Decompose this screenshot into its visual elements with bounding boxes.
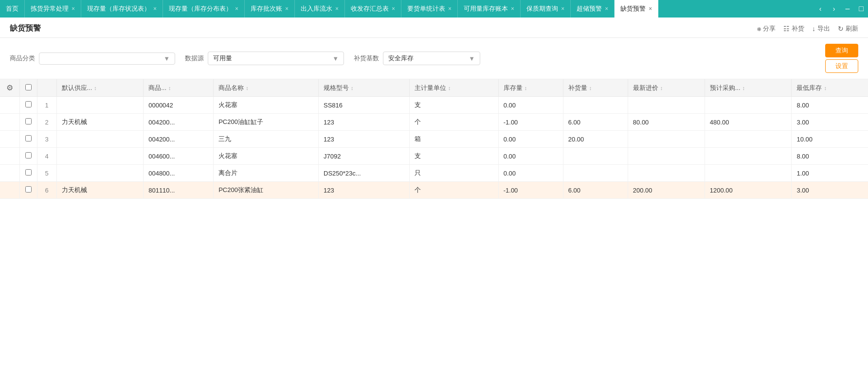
select-all-checkbox[interactable] [25, 84, 32, 90]
tab-item-2[interactable]: 现存量（库存状况表） × [81, 0, 163, 18]
row-checkbox-cell-3 [19, 148, 37, 165]
settings-button[interactable]: 设置 [825, 59, 858, 73]
tab-maximize-btn[interactable]: □ [854, 4, 868, 13]
sort-unit-icon[interactable]: ↕ [448, 85, 451, 91]
sort-spec-icon[interactable]: ↕ [351, 85, 354, 91]
tab-item-7[interactable]: 要货单统计表 × [401, 0, 458, 18]
category-label: 商品分类 [10, 54, 35, 63]
row-product-name-3: 火花塞 [214, 148, 319, 165]
tab-nav-right: ‹ › – □ [814, 4, 868, 13]
table-body: 10000042火花塞SS816支0.008.002力天机械004200...P… [0, 97, 868, 199]
row-product-name-2: 三九 [214, 131, 319, 148]
row-latest-price-4 [628, 165, 705, 182]
tab-item-1[interactable]: 拣货异常处理 × [25, 0, 81, 18]
tab-item-6[interactable]: 收发存汇总表 × [345, 0, 401, 18]
row-stock-2: 0.00 [498, 131, 563, 148]
row-settings-5 [0, 182, 19, 199]
th-default-supplier: 默认供应... ↕ [56, 79, 144, 97]
replenish-base-select[interactable]: 安全库存 ▼ [383, 52, 480, 65]
query-button[interactable]: 查询 [825, 44, 858, 57]
tab-close-icon-8[interactable]: × [511, 5, 514, 12]
settings-gear-icon[interactable]: ⚙ [6, 84, 13, 92]
row-index-3: 4 [37, 148, 56, 165]
row-checkbox-5[interactable] [25, 186, 32, 193]
tab-close-icon-1[interactable]: × [72, 5, 75, 12]
tab-item-3[interactable]: 现存量（库存分布表） × [163, 0, 245, 18]
tab-close-icon-5[interactable]: × [335, 5, 339, 12]
sort-name-icon[interactable]: ↕ [246, 85, 249, 91]
sort-code-icon[interactable]: ↕ [168, 85, 171, 91]
row-checkbox-0[interactable] [25, 101, 32, 107]
tab-item-9[interactable]: 保质期查询 × [521, 0, 571, 18]
th-replenish: 补货量 ↕ [563, 79, 628, 97]
tab-minimize-btn[interactable]: – [841, 4, 854, 13]
row-product-name-4: 离合片 [214, 165, 319, 182]
table-row: 2力天机械004200...PC200油缸缸子123个-1.006.0080.0… [0, 114, 868, 131]
row-checkbox-4[interactable] [25, 169, 32, 176]
row-spec-2: 123 [319, 131, 410, 148]
tab-bar: 首页拣货异常处理 ×现存量（库存状况表） ×现存量（库存分布表） ×库存批次账 … [0, 0, 868, 18]
row-checkbox-1[interactable] [25, 118, 32, 124]
tab-prev-btn[interactable]: ‹ [814, 5, 827, 13]
row-unit-4: 只 [409, 165, 498, 182]
tab-next-btn[interactable]: › [827, 5, 841, 13]
th-index [37, 79, 56, 97]
tab-item-4[interactable]: 库存批次账 × [245, 0, 295, 18]
row-stock-3: 0.00 [498, 148, 563, 165]
sort-minstock-icon[interactable]: ↕ [824, 85, 827, 91]
sort-stock-icon[interactable]: ↕ [524, 85, 527, 91]
share-btn[interactable]: ⎈ 分享 [757, 24, 776, 33]
row-spec-1: 123 [319, 114, 410, 131]
replenish-btn[interactable]: ☷ 补货 [783, 24, 804, 33]
datasource-value: 可用量 [213, 54, 232, 63]
row-stock-0: 0.00 [498, 97, 563, 114]
tab-item-0[interactable]: 首页 [0, 0, 25, 18]
tab-close-icon-11[interactable]: × [649, 5, 652, 12]
row-checkbox-2[interactable] [25, 135, 32, 141]
row-settings-2 [0, 131, 19, 148]
row-spec-0: SS816 [319, 97, 410, 114]
row-supplier-1: 力天机械 [56, 114, 144, 131]
category-select[interactable]: ▼ [39, 53, 175, 65]
main-content: 缺货预警 ⎈ 分享 ☷ 补货 ↓ 导出 ↻ 刷新 商品分类 [0, 18, 868, 387]
sort-supplier-icon[interactable]: ↕ [94, 85, 97, 91]
datasource-dropdown-arrow: ▼ [332, 55, 339, 62]
filter-actions: 查询 设置 [825, 44, 858, 73]
row-index-4: 5 [37, 165, 56, 182]
row-unit-2: 箱 [409, 131, 498, 148]
row-product-code-4: 004800... [144, 165, 214, 182]
row-supplier-4 [56, 165, 144, 182]
tab-item-8[interactable]: 可用量库存账本 × [458, 0, 521, 18]
tab-item-10[interactable]: 超储预警 × [571, 0, 615, 18]
tab-close-icon-6[interactable]: × [392, 5, 395, 12]
row-checkbox-3[interactable] [25, 152, 32, 158]
refresh-btn[interactable]: ↻ 刷新 [838, 24, 858, 33]
export-btn[interactable]: ↓ 导出 [812, 24, 830, 33]
tab-item-11[interactable]: 缺货预警 × [615, 0, 658, 18]
row-index-2: 3 [37, 131, 56, 148]
sort-replenish-icon[interactable]: ↕ [589, 85, 592, 91]
sort-price-icon[interactable]: ↕ [660, 85, 663, 91]
replenish-label: 补货 [792, 24, 804, 33]
table-row: 4004600...火花塞J7092支0.008.00 [0, 148, 868, 165]
share-label: 分享 [763, 24, 776, 33]
sort-estimated-icon[interactable]: ↕ [742, 85, 745, 91]
th-product-name: 商品名称 ↕ [214, 79, 319, 97]
tab-item-5[interactable]: 出入库流水 × [295, 0, 345, 18]
replenish-base-value: 安全库存 [388, 54, 414, 63]
row-product-code-5: 801110... [144, 182, 214, 199]
row-estimated-purchase-3 [705, 148, 792, 165]
tab-close-icon-2[interactable]: × [153, 5, 157, 12]
tab-close-icon-10[interactable]: × [605, 5, 608, 12]
refresh-label: 刷新 [846, 24, 858, 33]
tab-close-icon-4[interactable]: × [285, 5, 289, 12]
tab-close-icon-7[interactable]: × [448, 5, 452, 12]
th-stock: 库存量 ↕ [498, 79, 563, 97]
tab-close-icon-9[interactable]: × [561, 5, 564, 12]
row-latest-price-1: 80.00 [628, 114, 705, 131]
tab-close-icon-3[interactable]: × [235, 5, 238, 12]
row-min-stock-5: 3.00 [792, 182, 868, 199]
row-stock-5: -1.00 [498, 182, 563, 199]
row-replenish-5: 6.00 [563, 182, 628, 199]
datasource-select[interactable]: 可用量 ▼ [208, 52, 344, 65]
